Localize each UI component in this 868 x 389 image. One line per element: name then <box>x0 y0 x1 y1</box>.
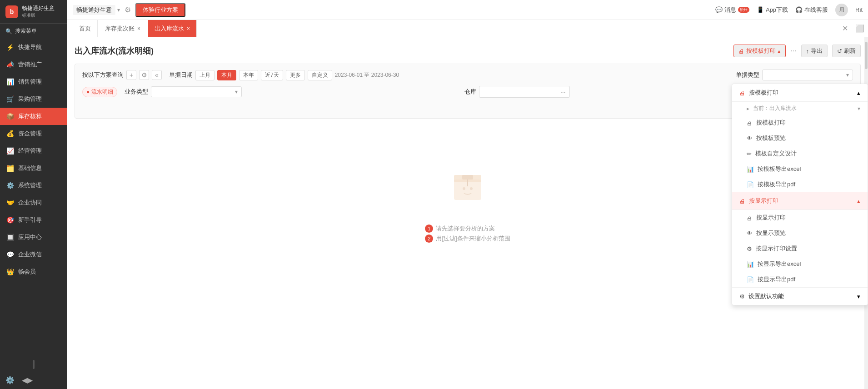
message-label: 消息 <box>724 6 736 14</box>
sidebar-item-label: 应用中心 <box>18 233 42 241</box>
sidebar-item-guide[interactable]: 🎯 新手引导 <box>0 211 67 229</box>
export-button[interactable]: ↑ 导出 <box>801 45 828 57</box>
sidebar-item-label: 库存核算 <box>18 112 42 120</box>
sidebar-item-marketing[interactable]: 📣 营销推广 <box>0 56 67 73</box>
close-window-icon[interactable]: ✕ <box>838 24 852 33</box>
logo-icon: b <box>5 5 18 18</box>
svg-point-4 <box>463 187 465 190</box>
settings-bottom-icon[interactable]: ⚙️ <box>5 376 15 384</box>
disp-preview-icon: 👁 <box>747 230 753 237</box>
display-export-excel-item[interactable]: 📊 按显示导出excel <box>732 256 868 272</box>
search-menu[interactable]: 🔍 搜索菜单 <box>0 24 67 39</box>
empty-tips: 1 请先选择要分析的方案 2 用[过滤]条件来缩小分析范围 <box>425 223 510 244</box>
company-selector[interactable]: 畅捷通好生意 ▾ <box>73 5 120 15</box>
basic-icon: 🗂️ <box>5 165 15 172</box>
biz-type-select[interactable]: ▾ <box>151 86 242 97</box>
refresh-button[interactable]: ↺ 刷新 <box>832 45 861 57</box>
current-template-arrow: ▾ <box>858 105 860 112</box>
sidebar-item-collab[interactable]: 🤝 企业协同 <box>0 194 67 211</box>
close-inout-flow-icon[interactable]: × <box>187 25 190 32</box>
print-chevron-icon: ▴ <box>778 48 781 55</box>
sidebar-item-sales[interactable]: 📊 销售管理 <box>0 73 67 90</box>
item-pdf-label: 按模板导出pdf <box>758 180 795 189</box>
sidebar-item-inventory[interactable]: 📦 库存核算 <box>0 108 67 125</box>
template-print-item[interactable]: 🖨 按模板打印 <box>732 115 868 130</box>
sidebar-item-apps[interactable]: 🔲 应用中心 <box>0 229 67 246</box>
sidebar-item-purchase[interactable]: 🛒 采购管理 <box>0 90 67 108</box>
warehouse-more-icon[interactable]: ··· <box>560 88 566 95</box>
disp-pdf-label: 按显示导出pdf <box>758 275 795 284</box>
logo-sub-text: 标准版 <box>22 12 55 19</box>
sidebar-item-quick-nav[interactable]: ⚡ 快捷导航 <box>0 39 67 56</box>
display-export-pdf-item[interactable]: 📄 按显示导出pdf <box>732 272 868 287</box>
date-btn-custom[interactable]: 自定义 <box>308 70 332 80</box>
tab-inout-flow[interactable]: 出入库流水 × <box>148 20 197 37</box>
filter-collapse-button[interactable]: « <box>152 70 162 80</box>
display-print-item[interactable]: 🖨 按显示打印 <box>732 210 868 225</box>
type-filter-section: 单据类型 ▾ <box>736 70 853 80</box>
close-inventory-batch-icon[interactable]: × <box>137 25 140 32</box>
tab-home[interactable]: 首页 <box>73 20 98 37</box>
logo-main-text: 畅捷通好生意 <box>22 5 55 12</box>
sidebar-bottom: ⚙️ ◀▶ <box>0 371 67 389</box>
search-menu-label: 搜索菜单 <box>15 27 37 35</box>
sidebar-item-wechat[interactable]: 💬 企业微信 <box>0 246 67 263</box>
message-btn[interactable]: 💬 消息 99+ <box>715 6 749 14</box>
filter-add-button[interactable]: + <box>126 70 136 80</box>
topbar-settings-icon[interactable]: ⚙ <box>125 5 131 14</box>
sidebar-item-finance[interactable]: 💰 资金管理 <box>0 125 67 142</box>
sidebar-item-system[interactable]: ⚙️ 系统管理 <box>0 177 67 194</box>
app-logo: b 畅捷通好生意 标准版 <box>0 0 67 24</box>
user-avatar[interactable]: 用 <box>835 4 848 16</box>
footer-arrow: ▾ <box>857 293 860 300</box>
date-btn-this-year[interactable]: 本年 <box>239 70 258 80</box>
item-print-label: 按模板打印 <box>756 119 786 127</box>
template-export-pdf-item[interactable]: 📄 按模板导出pdf <box>732 177 868 192</box>
sidebar: b 畅捷通好生意 标准版 🔍 搜索菜单 ⚡ 快捷导航 📣 营销推广 📊 销售管理… <box>0 0 67 389</box>
display-preview-item[interactable]: 👁 按显示预览 <box>732 225 868 241</box>
dropdown-footer[interactable]: ⚙ 设置默认功能 ▾ <box>732 287 868 305</box>
tip1-num: 1 <box>425 224 433 233</box>
date-btn-last-month[interactable]: 上月 <box>195 70 215 80</box>
trial-button[interactable]: 体验行业方案 <box>135 3 185 17</box>
message-icon: 💬 <box>715 6 723 13</box>
customer-service-btn[interactable]: 🎧 在线客服 <box>795 6 828 14</box>
date-label: 单据日期 <box>169 71 193 79</box>
page-actions: 🖨 按模板打印 ▴ ··· ↑ 导出 ↺ 刷新 <box>733 45 861 57</box>
svg-point-5 <box>470 187 473 190</box>
date-btn-7days[interactable]: 近7天 <box>261 70 283 80</box>
date-btn-this-month[interactable]: 本月 <box>217 70 236 80</box>
inventory-icon: 📦 <box>5 113 15 120</box>
sidebar-item-member[interactable]: 👑 畅会员 <box>0 263 67 280</box>
app-download-btn[interactable]: 📱 App下载 <box>757 6 788 14</box>
filter-title-label: 按以下方案查询 <box>82 71 124 79</box>
tab-inventory-batch[interactable]: 库存批次账 × <box>99 20 147 37</box>
wechat-icon: 💬 <box>5 251 15 258</box>
date-btn-more[interactable]: 更多 <box>286 70 305 80</box>
template-preview-item[interactable]: 👁 按模板预览 <box>732 130 868 146</box>
filter-controls: 按以下方案查询 + ⚙ « <box>82 70 162 80</box>
template-design-item[interactable]: ✏ 模板自定义设计 <box>732 146 868 161</box>
chip-label: 流水明细 <box>91 88 113 96</box>
display-print-settings-item[interactable]: ⚙ 按显示打印设置 <box>732 241 868 256</box>
tip2-num: 2 <box>425 234 433 243</box>
print-dropdown-panel: 🖨 按模板打印 ▴ ▸ 当前：出入库流水 ▾ 🖨 按模板打印 👁 按模板预览 ✏… <box>732 84 868 305</box>
maximize-window-icon[interactable]: ⬜ <box>852 24 868 33</box>
print-more-icon[interactable]: ··· <box>790 47 796 55</box>
sidebar-item-label: 资金管理 <box>18 130 42 138</box>
sidebar-item-label: 系统管理 <box>18 181 42 190</box>
refresh-icon: ↺ <box>837 48 842 55</box>
sidebar-item-operations[interactable]: 📈 经营管理 <box>0 142 67 160</box>
tip2-text: 用[过滤]条件来缩小分析范围 <box>436 234 510 243</box>
template-export-excel-item[interactable]: 📊 按模板导出excel <box>732 161 868 177</box>
template-print-section-header[interactable]: 🖨 按模板打印 ▴ <box>732 84 868 102</box>
collapse-sidebar-icon[interactable]: ◀▶ <box>22 376 33 384</box>
display-print-section-header[interactable]: 🖨 按显示打印 ▴ <box>732 192 868 210</box>
disp-print-icon: 🖨 <box>747 214 753 221</box>
sidebar-item-basic[interactable]: 🗂️ 基础信息 <box>0 160 67 177</box>
item-design-icon: ✏ <box>747 150 752 157</box>
warehouse-select[interactable]: ··· <box>479 86 570 98</box>
print-template-button[interactable]: 🖨 按模板打印 ▴ <box>733 45 786 57</box>
filter-settings-button[interactable]: ⚙ <box>139 70 149 80</box>
type-select[interactable]: ▾ <box>762 70 853 80</box>
